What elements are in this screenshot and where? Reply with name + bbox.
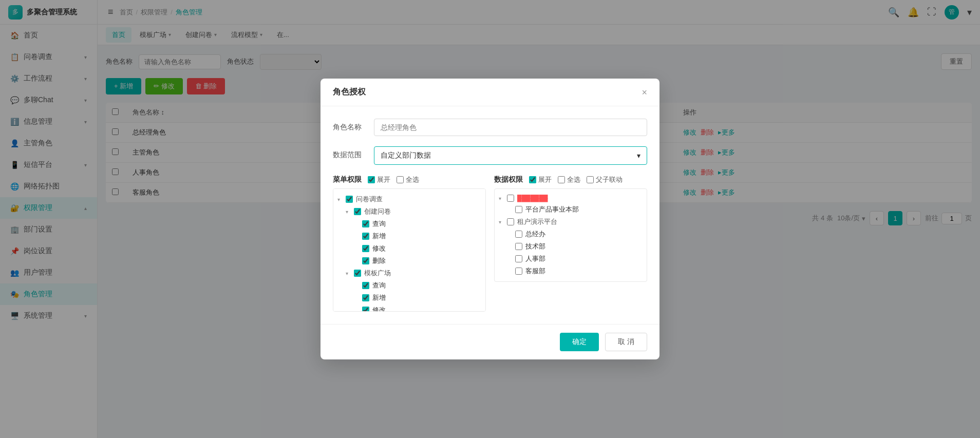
tree-item-del-1: 删除 [337, 255, 481, 267]
modal-header: 角色授权 × [321, 79, 659, 106]
tree-check-edit-2[interactable] [362, 307, 369, 312]
data-expand-checkbox[interactable] [529, 176, 536, 183]
tree-item-cs-dept: 客服部 [499, 265, 643, 277]
menu-select-all-checkbox[interactable] [397, 176, 404, 183]
menu-perm-label: 菜单权限 [333, 175, 362, 184]
chevron-down-icon: ▾ [637, 151, 640, 160]
tree-label-platform: 平台产品事业本部 [525, 205, 579, 214]
modal-close-button[interactable]: × [642, 88, 647, 97]
permissions-section: 菜单权限 展开 全选 ▾ [333, 175, 647, 312]
tree-item-tenant[interactable]: ▾ 租户演示平台 [499, 216, 643, 228]
menu-expand-checkbox[interactable] [368, 176, 375, 183]
tree-item-add-2: 新增 [337, 292, 481, 304]
tree-check-del-1[interactable] [362, 257, 369, 264]
tree-label-del-1: 删除 [372, 256, 386, 265]
tree-item-add-1: 新增 [337, 230, 481, 242]
tree-item-template[interactable]: ▾ 模板广场 [337, 267, 481, 279]
tree-label-template: 模板广场 [364, 269, 391, 278]
tree-toggle-redacted[interactable]: ▾ [499, 196, 507, 201]
tree-label-query-1: 查询 [372, 219, 386, 228]
tree-item-edit-1: 修改 [337, 242, 481, 255]
data-perm-tree: ▾ ███████ 平台产品事业本部 ▾ [494, 188, 647, 282]
tree-item-tech-dept: 技术部 [499, 240, 643, 253]
tree-check-tenant[interactable] [507, 218, 514, 225]
tree-toggle-create-survey[interactable]: ▾ [346, 209, 354, 215]
tree-label-cs-dept: 客服部 [525, 266, 545, 276]
form-data-scope-control: 自定义部门数据 ▾ [374, 146, 647, 165]
tree-label-hr-dept: 人事部 [525, 254, 545, 263]
data-perm-label: 数据权限 [494, 175, 523, 184]
modal-role-name-input[interactable] [374, 119, 647, 136]
tree-check-redacted[interactable] [507, 195, 514, 202]
tree-item-platform: 平台产品事业本部 [499, 203, 643, 216]
data-perm-col: 数据权限 展开 全选 父子联动 [494, 175, 647, 312]
tree-check-general-mgr[interactable] [515, 231, 522, 238]
modal-footer: 确定 取 消 [321, 324, 659, 359]
tree-toggle-template[interactable]: ▾ [346, 271, 354, 276]
menu-select-all-label[interactable]: 全选 [397, 175, 419, 184]
tree-label-edit-1: 修改 [372, 244, 386, 253]
tree-item-survey[interactable]: ▾ 问卷调查 [337, 193, 481, 205]
tree-check-add-1[interactable] [362, 233, 369, 240]
tree-item-hr-dept: 人事部 [499, 253, 643, 265]
tree-item-redacted[interactable]: ▾ ███████ [499, 193, 643, 203]
data-select-all-checkbox[interactable] [558, 176, 565, 183]
tree-check-tech-dept[interactable] [515, 243, 522, 250]
menu-expand-label[interactable]: 展开 [368, 175, 390, 184]
tree-label-add-1: 新增 [372, 232, 386, 241]
tree-label-redacted: ███████ [517, 195, 548, 202]
tree-check-template[interactable] [354, 270, 361, 277]
data-expand-label[interactable]: 展开 [529, 175, 552, 184]
tree-item-query-2: 查询 [337, 279, 481, 292]
parent-link-label[interactable]: 父子联动 [587, 175, 623, 184]
tree-toggle-survey[interactable]: ▾ [337, 197, 346, 202]
modal-overlay: 角色授权 × 角色名称 数据范围 自定义部门数据 ▾ [0, 0, 980, 438]
tree-check-survey[interactable] [346, 196, 353, 203]
tree-label-edit-2: 修改 [372, 306, 386, 312]
tree-label-add-2: 新增 [372, 293, 386, 302]
tree-item-general-mgr: 总经办 [499, 228, 643, 240]
tree-label-query-2: 查询 [372, 281, 386, 290]
role-auth-modal: 角色授权 × 角色名称 数据范围 自定义部门数据 ▾ [321, 79, 659, 359]
confirm-button[interactable]: 确定 [560, 333, 599, 351]
tree-check-add-2[interactable] [362, 294, 369, 301]
cancel-button[interactable]: 取 消 [605, 333, 647, 351]
tree-toggle-tenant[interactable]: ▾ [499, 219, 507, 225]
tree-label-tenant: 租户演示平台 [517, 217, 557, 226]
tree-item-edit-2: 修改 [337, 304, 481, 312]
parent-link-checkbox[interactable] [587, 176, 594, 183]
form-role-name-label: 角色名称 [333, 119, 374, 132]
tree-check-create-survey[interactable] [354, 208, 361, 215]
tree-item-create-survey[interactable]: ▾ 创建问卷 [337, 205, 481, 218]
data-scope-value: 自定义部门数据 [381, 151, 431, 160]
data-perm-header: 数据权限 展开 全选 父子联动 [494, 175, 647, 184]
tree-check-cs-dept[interactable] [515, 268, 522, 275]
tree-check-edit-1[interactable] [362, 245, 369, 252]
form-data-scope-label: 数据范围 [333, 146, 374, 160]
tree-label-create-survey: 创建问卷 [364, 207, 391, 216]
menu-perm-col: 菜单权限 展开 全选 ▾ [333, 175, 486, 312]
modal-body: 角色名称 数据范围 自定义部门数据 ▾ [321, 106, 659, 324]
tree-label-tech-dept: 技术部 [525, 242, 545, 251]
tree-label-general-mgr: 总经办 [525, 230, 545, 239]
tree-check-query-2[interactable] [362, 282, 369, 289]
menu-perm-header: 菜单权限 展开 全选 [333, 175, 486, 184]
data-scope-select[interactable]: 自定义部门数据 ▾ [374, 146, 647, 165]
form-role-name-row: 角色名称 [333, 119, 647, 136]
tree-check-query-1[interactable] [362, 220, 369, 227]
tree-label-survey: 问卷调查 [356, 195, 383, 204]
form-data-scope-row: 数据范围 自定义部门数据 ▾ [333, 146, 647, 165]
tree-check-hr-dept[interactable] [515, 255, 522, 262]
tree-item-query-1: 查询 [337, 218, 481, 230]
menu-perm-tree: ▾ 问卷调查 ▾ 创建问卷 [333, 188, 486, 312]
modal-title: 角色授权 [333, 87, 366, 98]
tree-check-platform[interactable] [515, 206, 522, 213]
form-role-name-control [374, 119, 647, 136]
data-select-all-label[interactable]: 全选 [558, 175, 580, 184]
